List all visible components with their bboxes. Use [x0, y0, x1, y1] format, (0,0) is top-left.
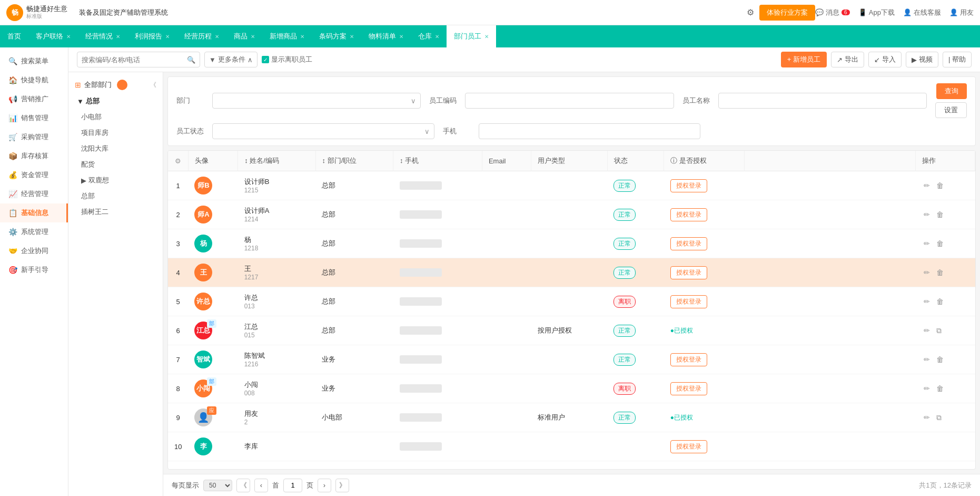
- dept-item-shuangluxiang[interactable]: ▶ 双鹿想: [73, 172, 163, 188]
- nav-add-goods[interactable]: 新增商品 ✕: [262, 25, 312, 47]
- auth-login-button[interactable]: 授权登录: [670, 295, 707, 308]
- prev-page-button[interactable]: ‹: [254, 479, 268, 492]
- sidebar-item-operation[interactable]: 📈 经营管理: [0, 184, 68, 203]
- close-icon[interactable]: ✕: [116, 34, 120, 40]
- nav-operation[interactable]: 经营情况 ✕: [78, 25, 127, 47]
- online-service-button[interactable]: 👤 在线客服: [903, 8, 941, 17]
- auth-login-button[interactable]: 授权登录: [670, 208, 707, 221]
- close-icon[interactable]: ✕: [300, 34, 304, 40]
- query-button[interactable]: 查询: [936, 83, 967, 99]
- edit-button[interactable]: ✏: [922, 412, 932, 423]
- phone-input[interactable]: [479, 123, 701, 139]
- nav-profit[interactable]: 利润报告 ✕: [127, 25, 177, 47]
- delete-button[interactable]: 🗑: [934, 209, 946, 220]
- dept-collapse-button[interactable]: 《: [150, 81, 156, 90]
- dept-item-chashuwang[interactable]: 插树王二: [73, 204, 163, 220]
- sidebar-item-finance[interactable]: 💰 资金管理: [0, 166, 68, 184]
- nav-bom[interactable]: 物料清单 ✕: [361, 25, 411, 47]
- sidebar-item-nav[interactable]: 🏠 快捷导航: [0, 71, 68, 90]
- help-button[interactable]: | 帮助: [943, 52, 972, 67]
- video-button[interactable]: ▶ 视频: [906, 52, 938, 67]
- nav-warehouse[interactable]: 仓库 ✕: [411, 25, 447, 47]
- delete-button[interactable]: 🗑: [934, 238, 946, 249]
- col-settings[interactable]: ⚙: [168, 151, 188, 171]
- sidebar-item-basic[interactable]: 📋 基础信息: [0, 203, 68, 222]
- nav-history[interactable]: 经营历程 ✕: [177, 25, 226, 47]
- edit-button[interactable]: ✏: [922, 354, 932, 365]
- auth-login-button[interactable]: 授权登录: [670, 440, 707, 453]
- app-download-button[interactable]: 📱 App下载: [858, 8, 895, 17]
- page-size-select[interactable]: 50 20 100: [203, 480, 232, 491]
- close-icon[interactable]: ✕: [66, 34, 71, 40]
- search-input[interactable]: [77, 56, 183, 64]
- edit-button[interactable]: ✏: [922, 267, 932, 278]
- page-input[interactable]: [283, 479, 302, 492]
- set-button[interactable]: 设置: [935, 102, 967, 118]
- emp-code-input[interactable]: [465, 93, 674, 109]
- sidebar-item-marketing[interactable]: 📢 营销推广: [0, 90, 68, 109]
- close-icon[interactable]: ✕: [350, 34, 354, 40]
- delete-button[interactable]: 🗑: [934, 383, 946, 394]
- edit-button[interactable]: ✏: [922, 383, 932, 394]
- next-page-button[interactable]: ›: [318, 479, 331, 492]
- dept-item-headquarters[interactable]: ▼ 总部: [68, 93, 163, 109]
- gear-icon[interactable]: ⚙: [747, 7, 754, 17]
- edit-button[interactable]: ✏: [922, 180, 932, 191]
- copy-button[interactable]: ⧉: [934, 412, 944, 423]
- export-button[interactable]: ↗ 导出: [831, 52, 864, 67]
- auth-login-button[interactable]: 授权登录: [670, 382, 707, 395]
- auth-login-button[interactable]: 授权登录: [670, 266, 707, 279]
- sidebar-item-inventory[interactable]: 📦 库存核算: [0, 147, 68, 166]
- import-button[interactable]: ↙ 导入: [868, 52, 902, 67]
- auth-login-button[interactable]: 授权登录: [670, 179, 707, 192]
- dept-item-shenyang[interactable]: 沈阳大库: [73, 141, 163, 157]
- close-icon[interactable]: ✕: [399, 34, 403, 40]
- dept-filter-select[interactable]: ∨: [212, 93, 421, 109]
- col-empty: [744, 151, 915, 171]
- more-filter-button[interactable]: ▼ 更多条件 ∧: [204, 52, 258, 67]
- add-employee-button[interactable]: + 新增员工: [781, 52, 827, 67]
- edit-button[interactable]: ✏: [922, 209, 932, 220]
- row-email: [482, 229, 531, 258]
- copy-button[interactable]: ⧉: [934, 325, 944, 336]
- delete-button[interactable]: 🗑: [934, 296, 946, 307]
- message-button[interactable]: 💬 消息 6: [815, 8, 850, 17]
- dept-item-small-elect[interactable]: 小电部: [73, 109, 163, 125]
- dept-item-dispatch[interactable]: 配货: [73, 157, 163, 172]
- first-page-button[interactable]: 《: [236, 479, 250, 492]
- close-icon[interactable]: ✕: [484, 34, 489, 40]
- nav-home[interactable]: 首页: [0, 25, 28, 47]
- last-page-button[interactable]: 》: [335, 479, 349, 492]
- close-icon[interactable]: ✕: [435, 34, 439, 40]
- nav-customer[interactable]: 客户联络 ✕: [28, 25, 78, 47]
- sidebar-item-sales[interactable]: 📊 销售管理: [0, 109, 68, 128]
- delete-button[interactable]: 🗑: [934, 354, 946, 365]
- trial-button[interactable]: 体验行业方案: [759, 5, 815, 21]
- dept-item-project[interactable]: 项目库房: [73, 125, 163, 141]
- edit-button[interactable]: ✏: [922, 325, 932, 336]
- search-button[interactable]: 🔍: [183, 56, 200, 64]
- emp-name-input[interactable]: [718, 93, 927, 109]
- dept-item-hq2[interactable]: 总部: [73, 188, 163, 204]
- edit-button[interactable]: ✏: [922, 296, 932, 307]
- delete-button[interactable]: 🗑: [934, 267, 946, 278]
- sidebar-item-search[interactable]: 🔍 搜索菜单: [0, 52, 68, 71]
- close-icon[interactable]: ✕: [251, 34, 255, 40]
- close-icon[interactable]: ✕: [215, 34, 219, 40]
- delete-button[interactable]: 🗑: [934, 180, 946, 191]
- edit-button[interactable]: ✏: [922, 238, 932, 249]
- sidebar-item-system[interactable]: ⚙️ 系统管理: [0, 222, 68, 241]
- auth-login-button[interactable]: 授权登录: [670, 237, 707, 250]
- nav-employee[interactable]: 部门员工 ✕: [447, 25, 496, 47]
- auth-login-button[interactable]: 授权登录: [670, 353, 707, 366]
- sidebar-item-purchase[interactable]: 🛒 采购管理: [0, 128, 68, 147]
- nav-barcode[interactable]: 条码方案 ✕: [312, 25, 361, 47]
- sidebar-item-collab[interactable]: 🤝 企业协同: [0, 241, 68, 260]
- user-avatar[interactable]: 👤 用友: [949, 8, 974, 17]
- status-filter-select[interactable]: ∨: [212, 123, 434, 139]
- sidebar-item-guide[interactable]: 🎯 新手引导: [0, 260, 68, 279]
- show-resigned-checkbox[interactable]: ✓ 显示离职员工: [262, 55, 312, 64]
- row-avatar: 👤 应: [188, 403, 237, 432]
- nav-goods[interactable]: 商品 ✕: [226, 25, 262, 47]
- close-icon[interactable]: ✕: [165, 34, 170, 40]
